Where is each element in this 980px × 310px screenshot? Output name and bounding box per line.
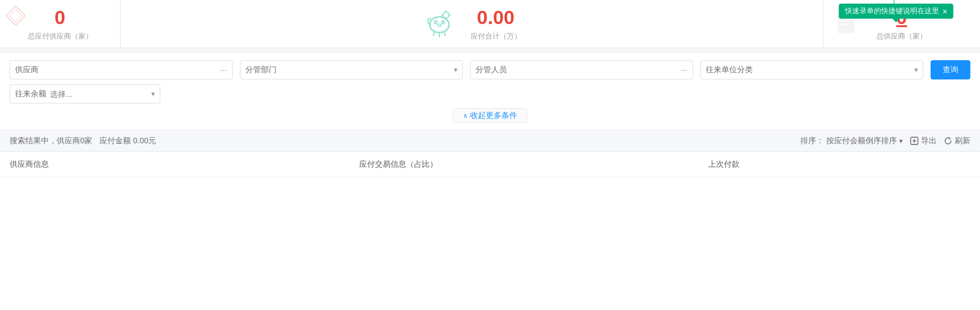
refresh-label: 刷新: [955, 135, 970, 146]
collapse-button[interactable]: ∧ 收起更多条件: [453, 108, 527, 123]
filter-area: 供应商 ··· 分管部门 ▾ 分管人员 ··· 往来单位分类 ▾ 查询 往来余额: [0, 53, 980, 131]
balance-filter[interactable]: 往来余额 ▾: [10, 84, 160, 104]
collapse-label: 收起更多条件: [470, 110, 517, 121]
svg-point-3: [435, 21, 437, 24]
col-last-payment-label: 上次付款: [708, 160, 740, 169]
table-header: 供应商信息 应付交易信息（占比） 上次付款: [0, 152, 980, 178]
col-last-payment: 上次付款: [708, 159, 970, 170]
svg-point-5: [438, 24, 441, 26]
sort-select[interactable]: 排序： 按应付会额倒序排序 ▾: [800, 135, 903, 146]
table-body: [0, 178, 980, 310]
sort-chevron-icon: ▾: [899, 137, 903, 145]
unit-class-label: 往来单位分类: [706, 64, 753, 75]
svg-point-4: [442, 21, 444, 24]
svg-rect-0: [6, 6, 25, 25]
payable-count-label: 总应付供应商（家）: [28, 31, 93, 42]
result-text: 搜索结果中，供应商0家: [10, 135, 92, 146]
collapse-chevron-icon: ∧: [463, 112, 468, 120]
supplier-label: 供应商: [15, 64, 39, 75]
col-trade-info-label: 应付交易信息（占比）: [359, 160, 438, 169]
department-chevron-icon[interactable]: ▾: [454, 66, 457, 74]
supplier-input[interactable]: [42, 66, 220, 75]
col-supplier-info-label: 供应商信息: [10, 160, 49, 169]
refresh-button[interactable]: 刷新: [944, 135, 970, 146]
payable-count-number: 0: [55, 6, 66, 29]
export-button[interactable]: 导出: [910, 135, 937, 146]
manager-input[interactable]: [510, 66, 680, 75]
result-actions: 排序： 按应付会额倒序排序 ▾ 导出 刷新: [800, 135, 970, 146]
manager-filter[interactable]: 分管人员 ···: [470, 60, 693, 79]
filter-row-1: 供应商 ··· 分管部门 ▾ 分管人员 ··· 往来单位分类 ▾ 查询: [10, 60, 970, 79]
col-trade-info: 应付交易信息（占比）: [359, 159, 709, 170]
unit-class-input[interactable]: [756, 66, 914, 75]
sort-label: 排序：: [800, 135, 824, 146]
svg-rect-14: [841, 23, 847, 25]
col-supplier-info: 供应商信息: [10, 159, 359, 170]
export-icon: [910, 137, 919, 145]
supplier-count-stat: 0 总供应商（家） 快速录单的快捷键说明在这里 ×: [823, 0, 980, 48]
manager-label: 分管人员: [476, 64, 507, 75]
sort-value: 按应付会额倒序排序: [826, 135, 897, 146]
unit-class-chevron-icon[interactable]: ▾: [914, 66, 918, 74]
tooltip-bubble: 快速录单的快捷键说明在这里 ×: [839, 4, 953, 19]
supplier-count-label: 总供应商（家）: [876, 31, 927, 42]
stats-bar: 0 总应付供应商（家）: [0, 0, 980, 48]
supplier-dots[interactable]: ···: [220, 65, 227, 75]
svg-rect-1: [10, 10, 22, 22]
supplier-filter[interactable]: 供应商 ···: [10, 60, 233, 79]
refresh-icon: [944, 137, 952, 145]
diamond-icon: [5, 5, 27, 26]
payable-count-stat: 0 总应付供应商（家）: [0, 0, 121, 48]
payable-sum-label: 应付合计（万）: [471, 31, 521, 42]
unit-class-filter[interactable]: 往来单位分类 ▾: [700, 60, 923, 79]
export-label: 导出: [921, 135, 937, 146]
result-amount: 应付金额 0.00元: [99, 135, 156, 146]
payable-sum-stat: 0.00 应付合计（万）: [121, 0, 823, 48]
svg-point-6: [443, 12, 449, 18]
tooltip-close-button[interactable]: ×: [943, 7, 947, 16]
svg-rect-13: [841, 20, 849, 21]
department-filter[interactable]: 分管部门 ▾: [240, 60, 463, 79]
tooltip-text: 快速录单的快捷键说明在这里: [845, 6, 939, 16]
pig-icon: [422, 7, 456, 40]
department-label: 分管部门: [245, 64, 277, 75]
result-summary: 搜索结果中，供应商0家 应付金额 0.00元: [10, 135, 156, 146]
balance-chevron-icon[interactable]: ▾: [151, 90, 155, 98]
department-input[interactable]: [280, 66, 454, 75]
manager-dots[interactable]: ···: [680, 65, 688, 75]
result-bar: 搜索结果中，供应商0家 应付金额 0.00元 排序： 按应付会额倒序排序 ▾ 导…: [0, 131, 980, 152]
balance-input[interactable]: [50, 90, 151, 99]
query-button[interactable]: 查询: [931, 60, 970, 79]
balance-label: 往来余额: [15, 88, 46, 99]
payable-sum-number: 0.00: [477, 6, 514, 29]
filter-row-2: 往来余额 ▾: [10, 84, 970, 104]
